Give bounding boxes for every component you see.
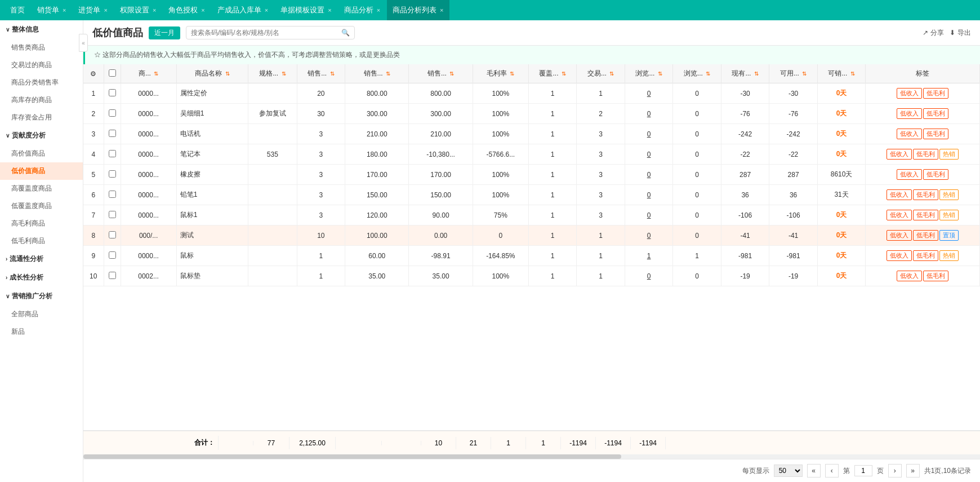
col-sellable[interactable]: 可销... ⇅	[817, 64, 865, 83]
row-checkbox[interactable]	[109, 109, 116, 117]
cell-checkbox[interactable]	[104, 266, 121, 286]
cell-checkbox[interactable]	[104, 104, 121, 124]
row-checkbox[interactable]	[109, 89, 116, 96]
nav-purchase[interactable]: 进货单 ×	[73, 0, 113, 20]
sidebar-item-sales-goods[interactable]: 销售类商品	[0, 39, 83, 56]
row-checkbox[interactable]	[109, 251, 116, 259]
nav-close-goodslist[interactable]: ×	[440, 7, 443, 14]
col-coverage[interactable]: 覆盖... ⇅	[528, 64, 576, 83]
sidebar-item-traded-goods[interactable]: 交易过的商品	[0, 56, 83, 74]
nav-close-perms[interactable]: ×	[153, 7, 156, 14]
table-wrapper[interactable]: ⚙ 商... ⇅ 商品名称 ⇅ 规格... ⇅ 销售... ⇅ 销售... ⇅ …	[83, 64, 980, 430]
browse1-value[interactable]: 0	[647, 90, 651, 98]
sidebar-group-overview[interactable]: ∨ 整体信息	[0, 20, 83, 39]
page-number-input[interactable]	[854, 465, 872, 476]
sidebar-item-low-profit[interactable]: 低毛利商品	[0, 232, 83, 250]
col-settings[interactable]: ⚙	[83, 64, 104, 83]
nav-goods-analysis[interactable]: 商品分析 ×	[338, 0, 386, 20]
sidebar-group-growth[interactable]: › 成长性分析	[0, 268, 83, 287]
cell-browse1[interactable]: 0	[625, 104, 672, 124]
sidebar-group-contribution[interactable]: ∨ 贡献度分析	[0, 126, 83, 145]
cell-browse1[interactable]: 0	[625, 165, 672, 185]
row-checkbox[interactable]	[109, 231, 116, 238]
browse1-value[interactable]: 1	[647, 252, 651, 260]
sidebar-group-circulation[interactable]: › 流通性分析	[0, 250, 83, 268]
cell-browse1[interactable]: 0	[625, 124, 672, 144]
nav-template[interactable]: 单据模板设置 ×	[275, 0, 337, 20]
last-page-button[interactable]: »	[906, 464, 920, 477]
col-stock[interactable]: 现有... ⇅	[721, 64, 769, 83]
cell-checkbox[interactable]	[104, 205, 121, 225]
sidebar-item-high-coverage[interactable]: 高覆盖度商品	[0, 180, 83, 197]
next-page-button[interactable]: ›	[888, 464, 902, 477]
nav-goods-list[interactable]: 商品分析列表 ×	[387, 0, 449, 20]
cell-checkbox[interactable]	[104, 225, 121, 246]
col-sale-qty[interactable]: 销售... ⇅	[297, 64, 345, 83]
cell-checkbox[interactable]	[104, 246, 121, 266]
row-checkbox[interactable]	[109, 130, 116, 137]
page-size-select[interactable]: 50 100	[774, 465, 803, 477]
nav-close-sales[interactable]: ×	[63, 7, 66, 14]
col-trade[interactable]: 交易... ⇅	[577, 64, 625, 83]
scrollbar-thumb[interactable]	[83, 454, 621, 459]
nav-perms[interactable]: 权限设置 ×	[114, 0, 162, 20]
first-page-button[interactable]: «	[807, 464, 821, 477]
cell-browse1[interactable]: 1	[625, 246, 672, 266]
sidebar-item-stock-capital[interactable]: 库存资金占用	[0, 109, 83, 126]
browse1-value[interactable]: 0	[647, 130, 651, 138]
select-all-checkbox[interactable]	[109, 69, 116, 77]
horizontal-scrollbar[interactable]	[83, 454, 980, 459]
row-checkbox[interactable]	[109, 211, 116, 218]
prev-page-button[interactable]: ‹	[825, 464, 839, 477]
nav-inventory[interactable]: 产成品入库单 ×	[212, 0, 274, 20]
search-input[interactable]	[191, 29, 339, 37]
cell-browse1[interactable]: 0	[625, 185, 672, 205]
browse1-value[interactable]: 0	[647, 191, 651, 199]
col-checkbox[interactable]	[104, 64, 121, 83]
row-checkbox[interactable]	[109, 170, 116, 178]
sidebar-collapse-button[interactable]: «	[79, 34, 88, 52]
nav-close-roles[interactable]: ×	[201, 7, 204, 14]
cell-checkbox[interactable]	[104, 185, 121, 205]
export-button[interactable]: ⬇ 导出	[950, 28, 971, 38]
cell-checkbox[interactable]	[104, 83, 121, 104]
cell-browse1[interactable]: 0	[625, 83, 672, 104]
cell-browse1[interactable]: 0	[625, 144, 672, 165]
browse1-value[interactable]: 0	[647, 110, 651, 118]
cell-browse1[interactable]: 0	[625, 205, 672, 225]
row-checkbox[interactable]	[109, 150, 116, 157]
col-code[interactable]: 商... ⇅	[121, 64, 176, 83]
sidebar-item-low-value[interactable]: 低价值商品	[0, 162, 83, 180]
browse1-value[interactable]: 0	[647, 211, 651, 219]
nav-sales[interactable]: 销货单 ×	[32, 0, 72, 20]
col-sale-amt[interactable]: 销售... ⇅	[345, 64, 409, 83]
row-checkbox[interactable]	[109, 272, 116, 279]
nav-roles[interactable]: 角色授权 ×	[163, 0, 210, 20]
date-filter-button[interactable]: 近一月	[149, 26, 180, 39]
search-icon[interactable]: 🔍	[341, 29, 350, 37]
share-button[interactable]: ↗ 分享	[923, 28, 944, 38]
cell-browse1[interactable]: 0	[625, 266, 672, 286]
cell-checkbox[interactable]	[104, 124, 121, 144]
col-avail[interactable]: 可用... ⇅	[769, 64, 817, 83]
browse1-value[interactable]: 0	[647, 151, 651, 158]
sidebar-item-all-goods[interactable]: 全部商品	[0, 306, 83, 323]
sidebar-group-marketing[interactable]: ∨ 营销推广分析	[0, 287, 83, 306]
nav-close-inventory[interactable]: ×	[265, 7, 268, 14]
browse1-value[interactable]: 0	[647, 272, 651, 280]
sidebar-item-high-profit[interactable]: 高毛利商品	[0, 215, 83, 232]
browse1-value[interactable]: 0	[647, 171, 651, 179]
browse1-value[interactable]: 0	[647, 232, 651, 240]
sidebar-item-high-stock[interactable]: 高库存的商品	[0, 91, 83, 109]
nav-home[interactable]: 首页	[5, 0, 30, 20]
cell-checkbox[interactable]	[104, 144, 121, 165]
sidebar-item-high-value[interactable]: 高价值商品	[0, 145, 83, 162]
sidebar-item-category-rate[interactable]: 商品分类销售率	[0, 74, 83, 91]
sidebar-item-low-coverage[interactable]: 低覆盖度商品	[0, 197, 83, 215]
sidebar-item-new-goods[interactable]: 新品	[0, 323, 83, 341]
nav-close-goods[interactable]: ×	[377, 7, 380, 14]
cell-checkbox[interactable]	[104, 165, 121, 185]
nav-close-template[interactable]: ×	[328, 7, 331, 14]
nav-close-purchase[interactable]: ×	[104, 7, 107, 14]
cell-browse1[interactable]: 0	[625, 225, 672, 246]
